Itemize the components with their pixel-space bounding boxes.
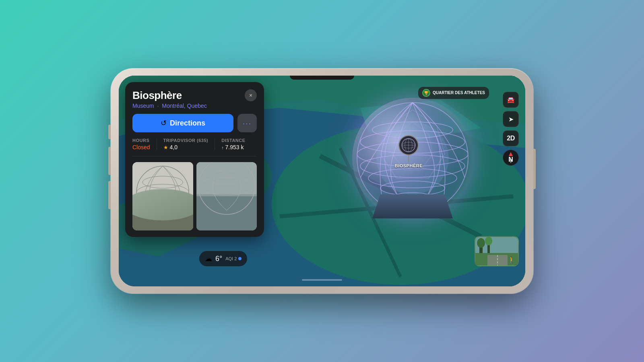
panel-photos [132,162,257,230]
location-button[interactable]: ➤ [503,111,519,127]
distance-value: ↑ 7.953 k [221,144,245,150]
aqi-label: AQI 2 [225,256,242,261]
temperature-label: 6° [215,255,222,263]
compass-n-label: N [508,156,513,163]
panel-type: Museum [132,103,154,109]
streetview-image: 🚶 [475,237,518,265]
svg-rect-39 [132,162,193,198]
more-options-button[interactable]: ··· [237,114,257,132]
quartier-icon: 🏆 [422,89,430,97]
photo-thumb-1[interactable] [132,162,193,230]
subtitle-dot: · [157,103,161,109]
sphere-platform [372,194,453,218]
rating-number: 4,0 [170,144,178,150]
cloud-icon: ☁ [205,254,212,263]
volume-up-button [108,125,111,139]
car-view-button[interactable]: 🚘 [503,92,519,108]
close-icon: × [249,92,252,99]
view-2d-button[interactable]: 2D [503,130,519,146]
panel-subtitle: Museum · Montréal, Quebec [132,103,207,109]
tripadvisor-label: TRIPADVISOR (635) [163,138,208,143]
svg-rect-45 [134,202,136,214]
map-controls: 🚘 ➤ 2D N [503,92,519,166]
compass-inner: N [504,151,517,164]
panel-stats: HOURS Closed TRIPADVISOR (635) ★ 4,0 DIS… [132,138,257,156]
photo-thumb-2[interactable] [196,162,257,230]
close-button[interactable]: × [245,89,257,101]
pin-bubble-icon [399,136,418,154]
stat-hours: HOURS Closed [132,138,150,150]
phone-notch [290,76,354,80]
silent-switch [108,181,111,209]
streetview-person-icon: 🚶 [508,256,516,264]
map-landmark-label: BIOSPHÈRE [395,163,423,168]
svg-point-46 [132,197,140,206]
panel-header: Biosphère Museum · Montréal, Quebec × [132,89,257,109]
phone-mockup: 🏆 QUARTIER DES ATHLETES [111,68,533,294]
svg-point-48 [179,195,188,204]
car-icon: 🚘 [507,96,515,104]
panel-title: Biosphère [132,89,207,102]
compass-button[interactable]: N [503,150,519,166]
biosphere-3d-model [348,98,477,243]
star-icon: ★ [163,144,168,150]
volume-down-button [108,147,111,175]
tripadvisor-value: ★ 4,0 [163,144,208,150]
scroll-indicator [302,279,342,281]
more-dots-icon: ··· [243,119,252,128]
quartier-label: 🏆 QUARTIER DES ATHLETES [418,87,489,99]
svg-rect-40 [132,202,193,230]
weather-widget: ☁ 6° AQI 2 [199,251,247,266]
compass-north-arrow [509,152,513,156]
photo-1-svg [132,162,193,230]
directions-button[interactable]: ↺ Directions [132,114,233,132]
svg-point-35 [485,237,492,245]
svg-rect-47 [183,200,185,214]
stat-tripadvisor: TRIPADVISOR (635) ★ 4,0 [163,138,208,150]
directions-arrow-icon: ↺ [161,119,167,128]
svg-point-44 [142,196,183,208]
panel-title-block: Biosphère Museum · Montréal, Quebec [132,89,207,109]
svg-rect-51 [196,196,257,230]
quartier-label-text: QUARTIER DES ATHLETES [433,90,485,95]
aqi-dot [238,257,242,260]
stat-distance: DISTANCE ↑ 7.953 k [221,138,245,150]
2d-label: 2D [507,135,514,142]
info-panel: Biosphère Museum · Montréal, Quebec × ↺ … [125,82,264,237]
distance-label: DISTANCE [221,138,245,143]
location-arrow-icon: ➤ [508,115,514,123]
svg-point-33 [477,238,485,248]
panel-actions: ↺ Directions ··· [132,114,257,132]
hours-value: Closed [132,144,150,150]
streetview-thumbnail[interactable]: 🚶 [475,236,519,266]
phone-screen: 🏆 QUARTIER DES ATHLETES [119,76,525,286]
photo-2-svg [196,162,257,230]
stat-divider-1 [157,138,157,150]
directions-button-label: Directions [170,119,205,128]
map-pin-bubble [398,135,419,155]
map-landmark-pin[interactable]: BIOSPHÈRE [395,135,423,168]
stat-divider-2 [215,138,215,150]
power-button [533,149,536,189]
svg-rect-50 [196,162,257,194]
panel-location: Montréal, Quebec [162,103,206,109]
hours-label: HOURS [132,138,150,143]
map-pin-stem [408,155,409,162]
